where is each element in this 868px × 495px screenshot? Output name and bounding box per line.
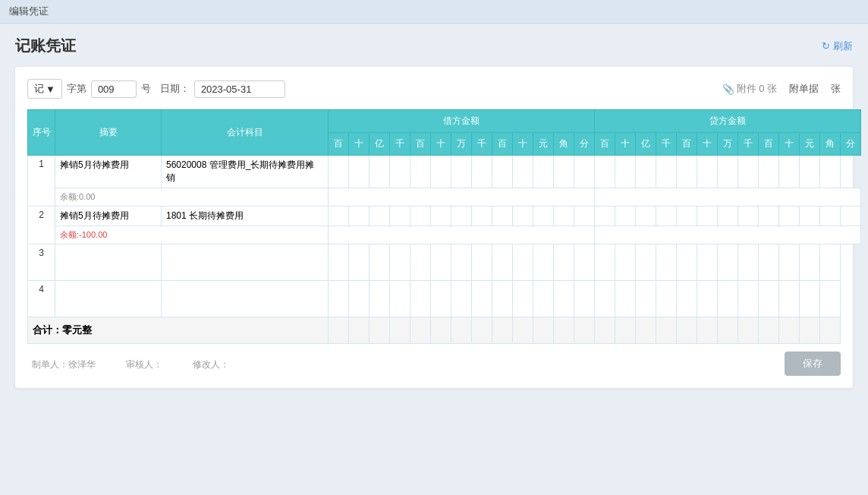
debit-col-2: 亿 — [370, 133, 390, 156]
row-summary[interactable] — [55, 281, 162, 317]
debit-col-9: 十 — [513, 133, 533, 156]
footer-info: 制单人：徐泽华 审核人： 修改人： — [27, 351, 234, 373]
credit-col-1: 十 — [615, 133, 636, 156]
row-seq: 2 — [28, 207, 55, 244]
credit-col-6: 万 — [718, 133, 738, 156]
row-account[interactable]: 1801 长期待摊费用 — [162, 207, 329, 226]
row-account[interactable] — [162, 281, 329, 317]
th-summary: 摘要 — [55, 110, 162, 156]
debit-col-4: 百 — [410, 133, 431, 156]
attachment-icon: 📎 — [722, 84, 734, 95]
credit-col-2: 亿 — [636, 133, 656, 156]
credit-col-12: 分 — [841, 133, 861, 156]
maker-label: 制单人：徐泽华 — [32, 358, 96, 371]
reviewer-label: 审核人： — [126, 358, 162, 371]
attach-single-button[interactable]: 附单据 — [789, 82, 819, 96]
th-seq: 序号 — [28, 110, 55, 156]
main-container: 记账凭证 ↻ 刷新 记 ▼ 字第 号 日期： 📎 — [0, 24, 868, 494]
credit-col-11: 角 — [820, 133, 841, 156]
debit-col-5: 十 — [431, 133, 451, 156]
zhang-label: 张 — [831, 82, 841, 96]
total-row: 合计：零元整 — [28, 317, 861, 344]
debit-col-7: 千 — [472, 133, 492, 156]
debit-cell[interactable] — [329, 156, 349, 188]
row-seq: 3 — [28, 244, 55, 281]
voucher-header: 记 ▼ 字第 号 日期： 📎 附件 0 张 附单据 张 — [27, 79, 841, 99]
modifier-label: 修改人： — [193, 358, 229, 371]
voucher-card: 记 ▼ 字第 号 日期： 📎 附件 0 张 附单据 张 — [15, 67, 853, 388]
row-summary[interactable]: 摊销5月待摊费用 — [55, 156, 162, 188]
credit-col-7: 千 — [738, 133, 759, 156]
table-row-balance: 余额:0.00 — [28, 188, 861, 207]
credit-col-3: 千 — [656, 133, 677, 156]
debit-col-0: 百 — [329, 133, 349, 156]
voucher-type-button[interactable]: 记 ▼ — [27, 79, 62, 99]
table-row: 2 摊销5月待摊费用 1801 长期待摊费用 — [28, 207, 861, 226]
credit-col-4: 百 — [677, 133, 697, 156]
total-label: 合计：零元整 — [28, 317, 329, 344]
voucher-type-group: 记 ▼ 字第 号 — [27, 79, 151, 99]
debit-col-8: 百 — [492, 133, 513, 156]
row-seq: 1 — [28, 156, 55, 207]
zi-label: 字第 — [67, 82, 86, 96]
table-row: 1 摊销5月待摊费用 56020008 管理费用_长期待摊费用摊销 — [28, 156, 861, 188]
row-account[interactable] — [162, 244, 329, 281]
row-summary[interactable]: 摊销5月待摊费用 — [55, 207, 162, 226]
table-row: 4 — [28, 281, 861, 317]
balance-cell: 余额:-100.00 — [55, 226, 329, 244]
th-credit: 贷方金额 — [595, 110, 861, 133]
header-right: 📎 附件 0 张 附单据 张 — [722, 82, 841, 96]
credit-col-8: 百 — [759, 133, 779, 156]
date-input[interactable] — [194, 80, 285, 98]
balance-cell: 余额:0.00 — [55, 188, 329, 207]
debit-col-1: 十 — [349, 133, 370, 156]
date-group: 日期： — [160, 80, 285, 98]
hao-label: 号 — [141, 82, 151, 96]
title-bar-label: 编辑凭证 — [9, 5, 49, 17]
row-summary[interactable] — [55, 244, 162, 281]
table-row: 3 — [28, 244, 861, 281]
table-row-balance: 余额:-100.00 — [28, 226, 861, 244]
credit-col-0: 百 — [595, 133, 615, 156]
page-title: 记账凭证 — [15, 36, 76, 56]
date-label: 日期： — [160, 82, 190, 96]
attachment-link[interactable]: 📎 附件 0 张 — [722, 82, 777, 96]
debit-col-11: 角 — [554, 133, 574, 156]
debit-col-6: 万 — [451, 133, 472, 156]
dropdown-icon: ▼ — [46, 84, 55, 95]
th-debit: 借方金额 — [329, 110, 595, 133]
save-button[interactable]: 保存 — [785, 352, 841, 376]
voucher-number-input[interactable] — [91, 80, 137, 98]
row-account[interactable]: 56020008 管理费用_长期待摊费用摊销 — [162, 156, 329, 188]
row-seq: 4 — [28, 281, 55, 317]
debit-col-3: 千 — [390, 133, 410, 156]
th-account: 会计科目 — [162, 110, 329, 156]
credit-col-9: 十 — [779, 133, 800, 156]
refresh-button[interactable]: ↻ 刷新 — [822, 39, 853, 53]
debit-col-12: 分 — [574, 133, 595, 156]
page-header: 记账凭证 ↻ 刷新 — [15, 36, 853, 56]
debit-col-10: 元 — [533, 133, 554, 156]
title-bar: 编辑凭证 — [0, 0, 868, 24]
footer-row: 制单人：徐泽华 审核人： 修改人： 保存 — [27, 347, 841, 376]
voucher-table: 序号 摘要 会计科目 借方金额 贷方金额 百 十 亿 千 百 十 万 千 百 — [27, 109, 861, 344]
refresh-icon: ↻ — [822, 40, 830, 52]
credit-col-5: 十 — [697, 133, 718, 156]
credit-col-10: 元 — [800, 133, 820, 156]
